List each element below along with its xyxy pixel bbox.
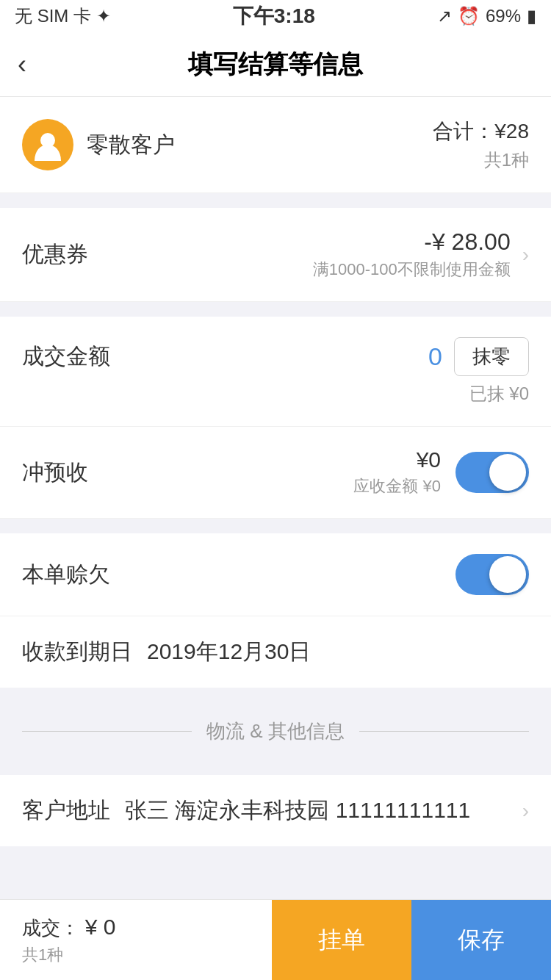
prepay-label: 冲预收: [22, 458, 88, 488]
round-button[interactable]: 抹零: [454, 337, 529, 376]
summary-amount: ¥ 0: [85, 915, 116, 939]
address-value: 张三 海淀永丰科技园 11111111111: [125, 796, 470, 826]
summary-sub: 共1种: [22, 944, 250, 966]
total-label: 合计：¥28: [433, 118, 529, 145]
logistics-inner: 物流 & 其他信息: [22, 718, 529, 744]
due-date-value: 2019年12月30日: [147, 637, 311, 667]
prepay-right: ¥0 应收金额 ¥0: [353, 447, 529, 497]
logistics-line-right: [359, 731, 529, 732]
debt-toggle-knob: [489, 556, 526, 593]
summary-row: 成交： ¥ 0: [22, 915, 250, 941]
status-bar: 无 SIM 卡 ✦ 下午3:18 ↗ ⏰ 69% ▮: [0, 0, 551, 32]
sim-label: 无 SIM 卡 ✦: [15, 4, 111, 28]
battery-label: 69%: [486, 6, 521, 26]
amount-sub: 已抹 ¥0: [22, 382, 529, 406]
coupon-info: -¥ 28.00 满1000-100不限制使用金额: [313, 228, 511, 281]
amount-input-area: 0 抹零: [428, 337, 529, 376]
prepay-toggle[interactable]: [455, 452, 529, 493]
alarm-icon: ⏰: [458, 6, 480, 26]
address-content: 客户地址 张三 海淀永丰科技园 11111111111: [22, 796, 470, 826]
customer-name: 零散客户: [87, 130, 175, 160]
coupon-discount: -¥ 28.00: [313, 228, 511, 256]
customer-total: 合计：¥28 共1种: [433, 118, 529, 172]
divider-5: [0, 760, 551, 775]
address-section[interactable]: 客户地址 张三 海淀永丰科技园 11111111111 ›: [0, 775, 551, 846]
status-time: 下午3:18: [233, 2, 315, 30]
status-right: ↗ ⏰ 69% ▮: [437, 6, 536, 26]
debt-label: 本单赊欠: [22, 560, 110, 590]
toggle-knob: [489, 454, 526, 491]
hold-button[interactable]: 挂单: [272, 900, 411, 981]
divider-3: [0, 519, 551, 533]
back-button[interactable]: ‹: [18, 49, 26, 80]
coupon-row[interactable]: 优惠券 -¥ 28.00 满1000-100不限制使用金额 ›: [0, 208, 551, 302]
prepay-section: 冲预收 ¥0 应收金额 ¥0: [0, 427, 551, 519]
save-button[interactable]: 保存: [411, 900, 551, 981]
customer-avatar: [22, 119, 73, 170]
logistics-row: 物流 & 其他信息: [0, 702, 551, 760]
divider-4: [0, 688, 551, 702]
nav-bar: ‹ 填写结算等信息: [0, 32, 551, 97]
due-date-label: 收款到期日: [22, 637, 132, 667]
bottom-summary: 成交： ¥ 0 共1种: [0, 915, 272, 966]
prepay-sub: 应收金额 ¥0: [353, 475, 441, 497]
debt-toggle[interactable]: [455, 554, 529, 595]
amount-top-row: 成交金额 0 抹零: [22, 337, 529, 376]
chevron-right-icon: ›: [522, 243, 529, 267]
debt-section: 本单赊欠: [0, 533, 551, 616]
prepay-amount: ¥0: [353, 447, 441, 472]
transaction-label: 成交金额: [22, 342, 110, 372]
coupon-label: 优惠券: [22, 239, 88, 270]
transaction-amount-section: 成交金额 0 抹零 已抹 ¥0: [0, 317, 551, 427]
bottom-bar: 成交： ¥ 0 共1种 挂单 保存: [0, 899, 551, 980]
address-label: 客户地址: [22, 796, 110, 826]
customer-info: 零散客户: [22, 119, 175, 170]
status-left: 无 SIM 卡 ✦: [15, 4, 111, 28]
divider-2: [0, 302, 551, 317]
location-icon: ↗: [437, 6, 452, 26]
coupon-desc: 满1000-100不限制使用金额: [313, 259, 511, 281]
due-date-section[interactable]: 收款到期日 2019年12月30日: [0, 616, 551, 688]
page-title: 填写结算等信息: [188, 48, 363, 82]
logistics-line-left: [22, 731, 192, 732]
coupon-right-area: -¥ 28.00 满1000-100不限制使用金额 ›: [313, 228, 529, 281]
customer-section: 零散客户 合计：¥28 共1种: [0, 97, 551, 193]
address-chevron-icon: ›: [522, 799, 529, 823]
transaction-value[interactable]: 0: [428, 342, 442, 371]
user-icon: [32, 129, 64, 161]
logistics-label: 物流 & 其他信息: [206, 718, 345, 744]
divider-1: [0, 193, 551, 208]
battery-icon: ▮: [527, 6, 536, 26]
summary-label: 成交：: [22, 917, 79, 939]
prepay-values: ¥0 应收金额 ¥0: [353, 447, 441, 497]
total-sub: 共1种: [433, 148, 529, 172]
